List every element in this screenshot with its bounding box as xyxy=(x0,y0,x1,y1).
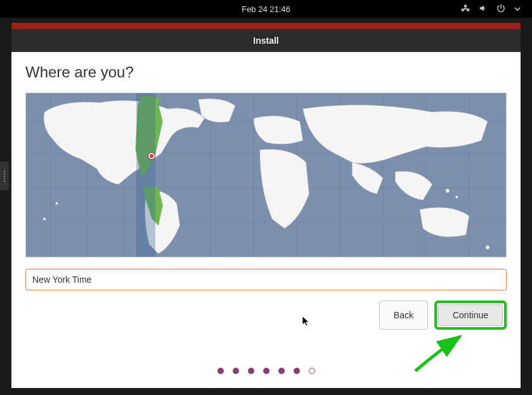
continue-button[interactable]: Continue xyxy=(438,304,503,326)
window-title: Install xyxy=(11,29,521,52)
back-button[interactable]: Back xyxy=(379,301,428,330)
step-dot xyxy=(217,368,224,374)
svg-point-22 xyxy=(56,202,58,205)
power-icon[interactable] xyxy=(496,4,505,15)
continue-highlight-annotation: Continue xyxy=(434,301,507,330)
page-heading: Where are you? xyxy=(25,63,507,81)
gnome-top-bar: Feb 24 21:46 xyxy=(0,0,532,18)
window-decoration xyxy=(11,23,521,29)
location-pin xyxy=(148,153,155,159)
step-dot xyxy=(263,368,269,374)
timezone-map[interactable] xyxy=(25,93,507,257)
chevron-down-icon[interactable] xyxy=(514,4,521,14)
step-dot xyxy=(294,368,300,374)
timezone-input[interactable] xyxy=(25,269,507,290)
button-row: Back Continue xyxy=(25,301,507,330)
progress-dots xyxy=(217,368,315,374)
step-dot xyxy=(233,368,239,374)
step-dot xyxy=(278,368,285,374)
step-dot xyxy=(248,368,254,374)
step-dot xyxy=(309,368,315,374)
world-map-svg xyxy=(26,93,506,257)
system-tray[interactable] xyxy=(461,4,521,15)
svg-point-1 xyxy=(462,9,464,11)
svg-point-24 xyxy=(486,245,490,249)
svg-point-21 xyxy=(455,196,458,198)
timezone-band-highlight xyxy=(136,93,155,257)
svg-point-0 xyxy=(465,4,467,6)
installer-content: Where are you? xyxy=(11,52,521,388)
svg-point-20 xyxy=(446,189,450,193)
svg-point-2 xyxy=(467,9,469,11)
volume-icon[interactable] xyxy=(479,4,488,15)
svg-point-23 xyxy=(43,217,46,220)
network-icon[interactable] xyxy=(461,4,470,15)
clock[interactable]: Feb 24 21:46 xyxy=(242,4,290,14)
dock-handle[interactable] xyxy=(0,162,9,190)
